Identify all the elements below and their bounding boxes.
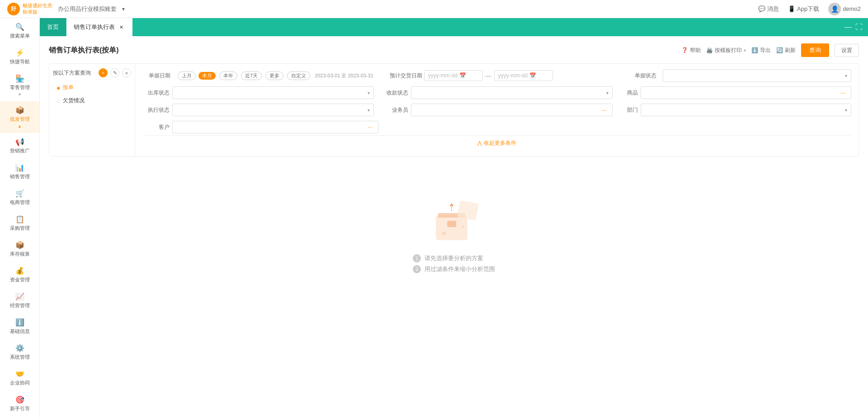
message-action[interactable]: 💬 消息 [758, 5, 779, 13]
calendar-start-icon[interactable]: 📅 [459, 72, 466, 79]
tab-close-icon[interactable]: ✕ [118, 24, 125, 31]
sidebar-item-sales[interactable]: 📊 销售管理 [0, 159, 39, 185]
query-button[interactable]: 查询 [801, 43, 829, 57]
export-icon: ⬇️ [751, 47, 758, 53]
sidebar-item-collab[interactable]: 🤝 企业协同 [0, 365, 39, 391]
export-btn[interactable]: ⬇️ 导出 [751, 47, 771, 54]
scheme-header-label: 按以下方案查询 [53, 69, 91, 77]
app-title-dropdown[interactable]: ▾ [122, 6, 125, 12]
date-tag-custom[interactable]: 自定义 [287, 71, 310, 80]
salesperson-dots-btn[interactable]: ··· [599, 106, 609, 114]
delivery-status-dropdown[interactable]: ▾ [172, 86, 374, 99]
top-bar-left: 好 畅捷通好生意 标准版 办公用品行业模拟账套 ▾ [7, 3, 125, 15]
expected-date-label: 预计交货日期 [390, 72, 421, 80]
collapse-panel-btn[interactable]: « [122, 68, 131, 77]
sidebar-label-sales: 销售管理 [10, 173, 30, 180]
scheme-item-order[interactable]: ● 按单 [53, 81, 131, 94]
main-layout: 🔍 搜索菜单 ⚡ 快捷导航 🏪 零售管理 ▼ 📦 批发管理 ▲ 📢 营销推广 [0, 18, 868, 418]
avatar: 👤 [828, 3, 841, 15]
sidebar-item-wholesale[interactable]: 📦 批发管理 ▲ [0, 101, 39, 133]
add-scheme-btn[interactable]: + [99, 68, 108, 77]
filter-col-status: 单据状态 ▾ [628, 69, 851, 82]
print-label: 按模板打印 [715, 47, 742, 54]
message-label: 消息 [767, 5, 779, 13]
filter-col-payment: 收款状态 ▾ [381, 86, 613, 99]
tab-sales-exec[interactable]: 销售订单执行表 ✕ [66, 18, 132, 36]
message-icon: 💬 [758, 5, 765, 12]
logo-icon: 好 [7, 3, 20, 15]
sidebar-item-system[interactable]: ⚙️ 系统管理 [0, 339, 39, 365]
empty-state-line-1: 1 请先选择要分析的方案 [413, 254, 495, 262]
dept-dropdown[interactable]: ▾ [641, 104, 851, 116]
sidebar-label-basic: 基础信息 [10, 328, 30, 335]
tab-home[interactable]: 首页 [40, 18, 66, 36]
product-dots-btn[interactable]: ··· [838, 89, 847, 96]
product-input[interactable]: ··· [641, 86, 851, 99]
status-label: 单据状态 [628, 72, 660, 80]
payment-status-dropdown[interactable]: ▾ [411, 86, 613, 99]
sidebar-item-marketing[interactable]: 📢 营销推广 [0, 133, 39, 159]
salesperson-input[interactable]: ··· [411, 104, 613, 116]
tab-sales-exec-label: 销售订单执行表 [74, 23, 115, 31]
app-download-label: App下载 [797, 5, 819, 13]
sidebar-label-inventory: 库存核算 [10, 251, 30, 257]
dept-caret-icon: ▾ [845, 108, 847, 113]
sidebar-item-finance[interactable]: 💰 资金管理 [0, 262, 39, 288]
page-content: 销售订单执行表(按单) ❓ 帮助 🖨️ 按模板打印 ▾ [40, 36, 868, 418]
help-icon: ❓ [681, 47, 688, 53]
filter-col-dept: 部门 ▾ [620, 104, 851, 116]
scheme-radio-active-icon: ● [57, 84, 60, 91]
date-tag-last-month[interactable]: 上月 [178, 71, 196, 80]
help-btn[interactable]: ❓ 帮助 [681, 47, 701, 54]
sidebar-item-inventory[interactable]: 📦 库存核算 [0, 236, 39, 262]
delivery-caret-icon: ▾ [368, 90, 370, 95]
svg-point-4 [442, 232, 446, 235]
print-icon: 🖨️ [706, 47, 713, 53]
date-field-label: 单据日期 [142, 72, 174, 80]
sidebar-item-basic[interactable]: ℹ️ 基础信息 [0, 314, 39, 339]
date-tag-current-year[interactable]: 本年 [219, 71, 237, 80]
tab-bar: 首页 销售订单执行表 ✕ — ⛶ [40, 18, 868, 36]
expected-date-end-input[interactable]: yyyy-mm-dd 📅 [494, 70, 553, 81]
sidebar-item-retail[interactable]: 🏪 零售管理 ▼ [0, 70, 39, 101]
app-download-action[interactable]: 📱 App下载 [788, 5, 819, 13]
print-btn[interactable]: 🖨️ 按模板打印 ▾ [706, 47, 746, 54]
customer-dots-btn[interactable]: ··· [365, 124, 374, 131]
tab-maximize-btn[interactable]: ⛶ [855, 23, 863, 31]
scheme-item-shortage[interactable]: ○ 欠货情况 [53, 94, 131, 107]
department-label: 部门 [620, 106, 638, 114]
collapse-btn[interactable]: ⋀ 收起更多条件 [142, 135, 851, 151]
sidebar-item-ecommerce[interactable]: 🛒 电商管理 [0, 185, 39, 210]
sidebar-label-wholesale: 批发管理 [10, 116, 30, 123]
filter-area: 按以下方案查询 + ✎ « ● 按单 [49, 63, 859, 157]
date-tag-more[interactable]: 更多 [265, 71, 283, 80]
sidebar-item-quicknav[interactable]: ⚡ 快捷导航 [0, 44, 39, 70]
tab-minimize-btn[interactable]: — [844, 23, 852, 31]
sidebar-item-search[interactable]: 🔍 搜索菜单 [0, 18, 39, 44]
refresh-btn[interactable]: 🔄 刷新 [776, 47, 796, 54]
settings-button[interactable]: 设置 [835, 44, 859, 57]
app-container: 好 畅捷通好生意 标准版 办公用品行业模拟账套 ▾ 💬 消息 📱 App下载 👤 [0, 0, 868, 418]
sidebar-item-operations[interactable]: 📈 经营管理 [0, 288, 39, 314]
customer-input[interactable]: ··· [172, 121, 378, 133]
svg-marker-7 [450, 203, 453, 206]
customer-label: 客户 [142, 124, 170, 131]
date-tag-7days[interactable]: 近7天 [241, 71, 262, 80]
status-dropdown[interactable]: ▾ [663, 69, 851, 82]
user-action[interactable]: 👤 demo2 [828, 3, 861, 15]
top-bar-right: 💬 消息 📱 App下载 👤 demo2 [758, 3, 861, 15]
expected-date-start-input[interactable]: yyyy-mm-dd 📅 [424, 70, 483, 81]
guide-icon: 🎯 [15, 395, 24, 404]
edit-scheme-btn[interactable]: ✎ [110, 68, 119, 77]
date-tag-current-month[interactable]: 本月 [198, 72, 216, 80]
page-inner: 销售订单执行表(按单) ❓ 帮助 🖨️ 按模板打印 ▾ [40, 36, 868, 418]
sidebar-item-guide[interactable]: 🎯 新手引导 [0, 391, 39, 417]
tab-home-label: 首页 [47, 23, 59, 31]
product-label: 商品 [620, 89, 638, 97]
refresh-icon: 🔄 [776, 47, 783, 53]
step1-text: 请先选择要分析的方案 [425, 254, 483, 262]
exec-status-dropdown[interactable]: ▾ [172, 104, 374, 116]
sales-icon: 📊 [15, 163, 24, 172]
calendar-end-icon[interactable]: 📅 [529, 72, 536, 79]
sidebar-item-purchase[interactable]: 📋 采购管理 [0, 210, 39, 236]
